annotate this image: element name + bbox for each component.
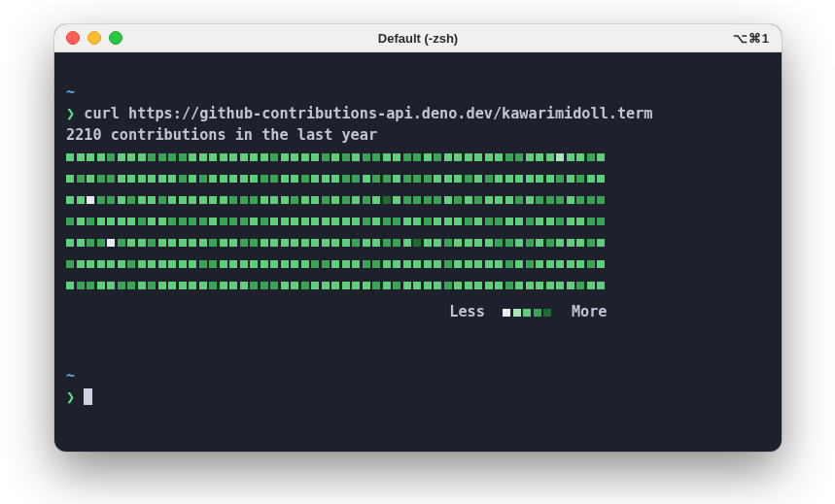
heatmap-cell <box>495 175 503 183</box>
heatmap-cell <box>209 282 217 289</box>
heatmap-cell <box>546 282 554 289</box>
heatmap-cell <box>107 153 115 161</box>
heatmap-cell <box>199 153 207 161</box>
heatmap-cell <box>291 218 298 225</box>
heatmap-cell <box>474 196 482 204</box>
heatmap-cell <box>107 239 115 247</box>
heatmap-cell <box>424 260 432 268</box>
heatmap-cell <box>148 175 156 183</box>
heatmap-cell <box>107 196 115 204</box>
heatmap-cell <box>107 282 115 289</box>
heatmap-cell <box>526 282 534 289</box>
heatmap-cell <box>352 282 360 289</box>
heatmap-cell <box>281 175 289 183</box>
close-icon[interactable] <box>66 31 80 45</box>
heatmap-cell <box>301 196 309 204</box>
heatmap-cell <box>546 239 554 247</box>
heatmap-cell <box>179 282 187 289</box>
zoom-icon[interactable] <box>109 31 122 45</box>
heatmap-cell <box>352 153 360 161</box>
heatmap-cell <box>454 282 462 289</box>
heatmap-cell <box>495 260 503 268</box>
heatmap-cell <box>454 239 462 247</box>
heatmap-cell <box>301 239 309 247</box>
minimize-icon[interactable] <box>87 31 101 45</box>
heatmap-cell <box>322 196 330 204</box>
heatmap-cell <box>158 282 166 289</box>
heatmap-cell <box>220 239 227 247</box>
heatmap-cell <box>393 260 400 268</box>
heatmap-cell <box>515 196 523 204</box>
heatmap-cell <box>220 153 227 161</box>
heatmap-cell <box>87 282 94 289</box>
heatmap-cell <box>148 239 156 247</box>
heatmap-cell <box>454 260 462 268</box>
heatmap-cell <box>301 153 309 161</box>
heatmap-cell <box>546 175 554 183</box>
titlebar: Default (-zsh) ⌥⌘1 <box>54 24 782 52</box>
heatmap-cell <box>148 282 156 289</box>
heatmap-cell <box>515 282 523 289</box>
heatmap-cell <box>291 175 298 183</box>
heatmap-cell <box>587 239 595 247</box>
heatmap-cell <box>393 153 400 161</box>
heatmap-cell <box>424 153 432 161</box>
heatmap-cell <box>291 260 298 268</box>
heatmap-cell <box>209 260 217 268</box>
heatmap-cell <box>148 260 156 268</box>
heatmap-cell <box>515 153 523 161</box>
heatmap-cell <box>270 282 278 289</box>
heatmap-cell <box>363 153 370 161</box>
terminal-body[interactable]: ~ ❯ curl https://github-contributions-ap… <box>54 52 782 452</box>
heatmap-cell <box>424 196 432 204</box>
heatmap-cell <box>485 260 493 268</box>
heatmap-cell <box>87 260 94 268</box>
heatmap-cell <box>118 260 125 268</box>
heatmap-cell <box>413 153 421 161</box>
heatmap-cell <box>556 218 564 225</box>
heatmap-cell <box>270 175 278 183</box>
heatmap-cell <box>158 175 166 183</box>
heatmap-cell <box>189 218 196 225</box>
heatmap-cell <box>474 260 482 268</box>
heatmap-cell <box>127 175 135 183</box>
heatmap-cell <box>485 239 493 247</box>
heatmap-cell <box>597 239 605 247</box>
heatmap-cell <box>240 282 248 289</box>
heatmap-cell <box>209 239 217 247</box>
heatmap-cell <box>189 153 196 161</box>
heatmap-cell <box>454 175 462 183</box>
heatmap-cell <box>97 196 105 204</box>
heatmap-cell <box>403 196 411 204</box>
heatmap-cell <box>87 218 94 225</box>
heatmap-cell <box>127 260 135 268</box>
traffic-lights <box>66 31 122 45</box>
heatmap-cell <box>127 282 135 289</box>
heatmap-cell <box>393 282 400 289</box>
heatmap-cell <box>505 282 513 289</box>
heatmap-cell <box>281 153 289 161</box>
heatmap-cell <box>434 196 441 204</box>
heatmap-cell <box>209 153 217 161</box>
heatmap-cell <box>567 260 574 268</box>
terminal-window: Default (-zsh) ⌥⌘1 ~ ❯ curl https://gith… <box>54 24 782 452</box>
heatmap-cell <box>179 239 187 247</box>
heatmap-cell <box>229 282 237 289</box>
heatmap-cell <box>424 175 432 183</box>
heatmap-row <box>66 167 770 188</box>
heatmap-cell <box>331 196 339 204</box>
legend-swatch <box>523 309 531 317</box>
heatmap-cell <box>576 282 584 289</box>
heatmap-cell <box>97 218 105 225</box>
heatmap-cell <box>576 153 584 161</box>
heatmap-cell <box>281 218 289 225</box>
heatmap-cell <box>526 175 534 183</box>
heatmap-cell <box>220 260 227 268</box>
heatmap-cell <box>77 239 85 247</box>
heatmap-cell <box>352 218 360 225</box>
heatmap-cell <box>179 260 187 268</box>
heatmap-cell <box>127 239 135 247</box>
heatmap-cell <box>505 175 513 183</box>
contribution-heatmap <box>66 146 770 295</box>
heatmap-cell <box>66 218 74 225</box>
